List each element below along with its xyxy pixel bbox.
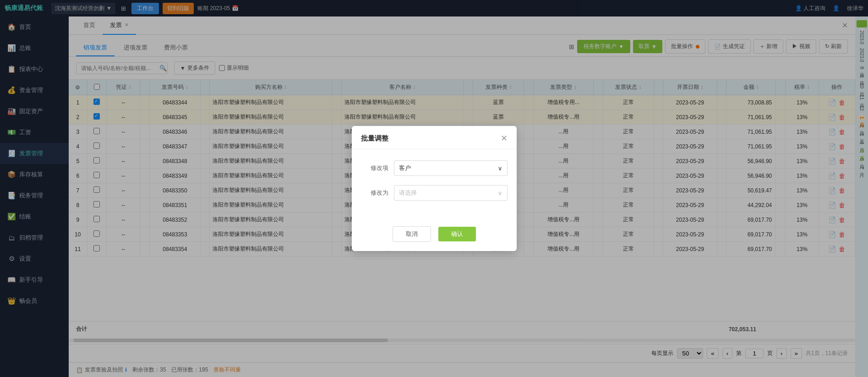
field-label: 修改项 [361,164,388,172]
modal-footer: 取消 确认 [352,221,517,251]
modal-overlay: 批量调整 ✕ 修改项 客户 ∨ 修改为 请选择 ∨ 取消 确认 [0,0,868,377]
value-select[interactable]: 请选择 ∨ [394,185,508,201]
value-chevron-icon: ∨ [498,190,502,197]
modal-body: 修改项 客户 ∨ 修改为 请选择 ∨ [352,149,517,221]
cancel-button[interactable]: 取消 [393,226,431,242]
form-row-value: 修改为 请选择 ∨ [361,185,508,201]
batch-adjust-modal: 批量调整 ✕ 修改项 客户 ∨ 修改为 请选择 ∨ 取消 确认 [352,126,517,251]
confirm-button[interactable]: 确认 [438,227,476,241]
field-chevron-icon: ∨ [498,165,502,172]
field-value: 客户 [399,164,411,172]
field-select[interactable]: 客户 ∨ [394,160,508,176]
modal-close-button[interactable]: ✕ [501,133,508,143]
value-placeholder: 请选择 [399,189,417,197]
value-label: 修改为 [361,189,388,197]
modal-header: 批量调整 ✕ [352,126,517,149]
form-row-field: 修改项 客户 ∨ [361,160,508,176]
modal-title: 批量调整 [361,134,388,143]
